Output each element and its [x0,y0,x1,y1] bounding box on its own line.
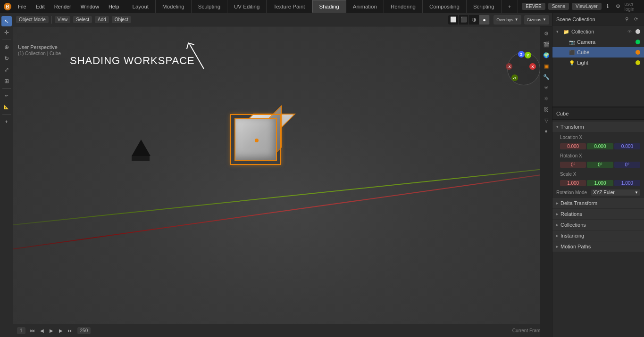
wireframe-shading-btn[interactable]: ⬜ [448,15,459,25]
world-props-icon[interactable]: 🌍 [541,50,552,60]
viewport[interactable]: Object Mode View Select Add Object ⬜ ⬛ ◑… [13,13,552,337]
menu-file[interactable]: File [14,3,30,10]
rotation-y[interactable]: 0° [587,162,613,168]
tab-layout[interactable]: Layout [126,0,156,13]
instancing-section: ▸ Instancing [552,230,644,241]
outliner-sync-btn[interactable]: ⟳ [632,15,640,24]
outliner-item-light[interactable]: 💡 Light [552,58,644,68]
scale-z[interactable]: 1.000 [614,180,640,186]
blender-logo[interactable]: B [3,2,12,11]
light-icon: 💡 [569,59,575,66]
rotation-x[interactable]: 0° [560,162,586,168]
menu-render[interactable]: Render [50,3,75,10]
play-btn[interactable]: ▶ [47,327,56,335]
menu-window[interactable]: Window [77,3,103,10]
tab-sculpting[interactable]: Sculpting [192,0,227,13]
delta-transform-header[interactable]: ▸ Delta Transform [552,198,644,208]
delta-title: Delta Transform [560,200,597,206]
measure-tool-btn[interactable]: 📐 [1,102,12,112]
location-y[interactable]: 0.000 [587,143,613,149]
tab-scripting[interactable]: Scripting [467,0,502,13]
outliner-item-cube[interactable]: ⬛ Cube [552,47,644,58]
outliner-expand-collection: ▾ [556,29,561,34]
transform-tool-btn[interactable]: ⊞ [1,76,12,86]
light-name: Light [577,60,633,66]
outliner-filter-btn[interactable]: ⚲ [622,15,631,24]
jump-end-btn[interactable]: ⏭ [66,327,75,335]
gizmo-neg-y-axis[interactable]: -Y [511,74,518,81]
overlay-btn[interactable]: Overlays ▼ [493,15,521,25]
collections-header[interactable]: ▸ Collections [552,220,644,230]
move-tool-btn[interactable]: ⊕ [1,42,12,52]
scale-y[interactable]: 1.000 [587,180,613,186]
add-menu[interactable]: Add [95,16,109,23]
render-engine-selector[interactable]: EEVEE [522,3,545,10]
navigation-gizmo[interactable]: X -X Y Z -Y [505,50,538,83]
material-props-icon[interactable]: ● [541,126,552,136]
gizmo-x-axis[interactable]: X [529,63,536,70]
location-z[interactable]: 0.000 [614,143,640,149]
rotation-mode-value[interactable]: XYZ Euler ▼ [591,189,640,196]
tab-add-workspace[interactable]: + [502,0,519,13]
object-props-icon[interactable]: ▣ [541,61,552,71]
instancing-header[interactable]: ▸ Instancing [552,230,644,241]
rendered-shading-btn[interactable]: ● [479,15,490,25]
particles-props-icon[interactable]: ✳ [541,82,552,93]
material-shading-btn[interactable]: ◑ [469,15,479,25]
transform-header[interactable]: ▾ Transform [552,122,644,132]
data-props-icon[interactable]: ▽ [541,115,552,125]
jump-start-btn[interactable]: ⏮ [28,327,37,335]
outliner-item-camera[interactable]: 📷 Camera [552,37,644,47]
outliner-item-collection[interactable]: ▾ 📁 Collection 👁 [552,26,644,37]
menu-help[interactable]: Help [105,3,123,10]
annotate-tool-btn[interactable]: ✏ [1,90,12,101]
select-menu[interactable]: Select [73,16,92,23]
tab-animation[interactable]: Animation [346,0,384,13]
scene-selector[interactable]: Scene [548,3,569,10]
footer-start-frame[interactable]: 1 [17,327,25,334]
prev-frame-btn[interactable]: ◀ [38,327,46,335]
viewlayer-selector[interactable]: ViewLayer [572,3,602,10]
solid-shading-btn[interactable]: ⬛ [459,15,469,25]
gizmos-btn[interactable]: Gizmos ▼ [524,15,549,25]
grid-svg [13,26,552,324]
info-icon[interactable]: ℹ [604,2,611,11]
object-menu[interactable]: Object [112,16,131,23]
tab-modeling[interactable]: Modeling [156,0,192,13]
user-prefs-icon[interactable]: ⚙ [614,2,621,11]
scene-props-icon[interactable]: 🎬 [541,39,552,49]
gizmo-neg-x-axis[interactable]: -X [506,63,512,70]
cursor-tool-btn[interactable]: ✛ [1,27,12,38]
scale-x[interactable]: 1.000 [560,180,586,186]
constraints-props-icon[interactable]: ⛓ [541,104,552,115]
gizmo-y-axis[interactable]: Y [525,52,531,58]
gizmo-z-axis[interactable]: Z [518,51,525,58]
location-x[interactable]: 0.000 [560,143,586,149]
select-tool-btn[interactable]: ↖ [1,16,12,26]
tab-shading[interactable]: Shading [312,0,346,13]
scale-tool-btn[interactable]: ⤢ [1,65,12,75]
physics-props-icon[interactable]: ⚛ [541,93,552,104]
footer-end-frame[interactable]: 250 [77,327,91,334]
cube-object[interactable] [230,114,282,165]
menu-edit[interactable]: Edit [32,3,49,10]
motion-paths-header[interactable]: ▸ Motion Paths [552,241,644,252]
rotation-z[interactable]: 0° [614,162,640,168]
viewport-scene[interactable]: User Perspective (1) Collection | Cube S… [13,26,552,324]
rotate-tool-btn[interactable]: ↻ [1,53,12,64]
properties-content: ▾ Transform Location X 0.000 0.000 0.000 [552,120,644,337]
tab-uv-editing[interactable]: UV Editing [227,0,267,13]
relations-header[interactable]: ▸ Relations [552,209,644,219]
view-menu[interactable]: View [55,16,71,23]
toolbar-divider-2 [2,88,11,89]
modifier-props-icon[interactable]: 🔧 [541,72,552,82]
next-frame-btn[interactable]: ▶ [57,327,65,335]
object-mode-dropdown[interactable]: Object Mode [16,16,49,23]
playback-controls: ⏮ ◀ ▶ ▶ ⏭ [28,327,75,335]
tab-compositing[interactable]: Compositing [423,0,467,13]
active-tool-icon[interactable]: ⚙ [541,28,552,39]
collection-eye-icon[interactable]: 👁 [626,28,633,35]
tab-rendering[interactable]: Rendering [384,0,423,13]
add-tool-btn[interactable]: + [1,116,12,127]
tab-texture-paint[interactable]: Texture Paint [267,0,312,13]
